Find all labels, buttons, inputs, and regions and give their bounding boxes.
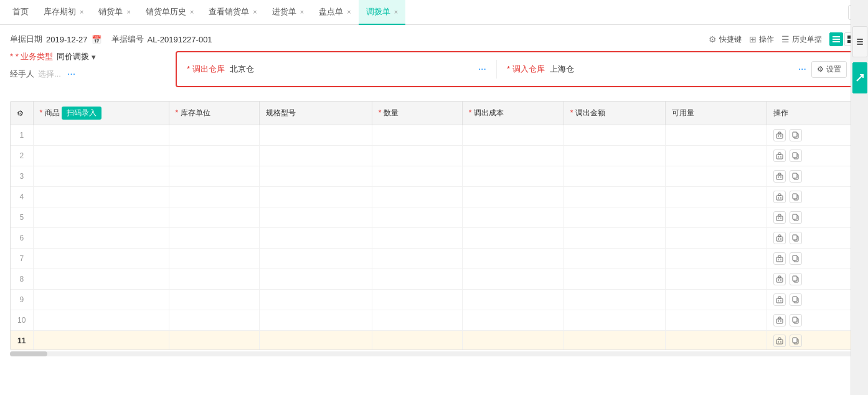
delete-button[interactable] [773,252,786,265]
qty-cell[interactable] [372,166,462,187]
spec-cell[interactable] [259,331,372,351]
product-cell[interactable] [33,269,169,290]
amount-cell[interactable] [564,146,665,166]
unit-cell[interactable] [169,187,259,207]
export-sidebar-button[interactable] [852,62,867,93]
copy-button[interactable] [790,314,802,326]
scrollbar-thumb[interactable] [10,351,47,356]
copy-button[interactable] [790,232,802,244]
available-cell[interactable] [665,249,767,269]
copy-button[interactable] [790,191,802,203]
cost-cell[interactable] [462,166,564,187]
available-cell[interactable] [665,290,767,310]
transfer-out-more-icon[interactable]: ··· [478,64,486,75]
close-icon[interactable]: × [253,8,257,16]
unit-cell[interactable] [169,269,259,290]
qty-cell[interactable] [372,331,462,351]
amount-cell[interactable] [564,207,665,228]
scrollbar-track[interactable] [10,351,858,356]
delete-button[interactable] [773,211,786,224]
setting-button[interactable]: ⚙ 设置 [811,61,847,78]
cost-cell[interactable] [462,187,564,207]
copy-button[interactable] [790,211,802,224]
amount-cell[interactable] [564,310,665,331]
close-icon[interactable]: × [300,8,304,16]
gear-settings-icon[interactable]: ⚙ [17,109,24,118]
amount-cell[interactable] [564,249,665,269]
delete-button[interactable] [773,273,786,285]
calendar-icon[interactable]: 📅 [92,35,101,44]
tab-view-sales[interactable]: 查看销货单 × [201,0,264,25]
person-more-icon[interactable]: ··· [67,69,75,80]
product-cell[interactable] [33,187,169,207]
spec-cell[interactable] [259,125,372,146]
shortcut-button[interactable]: ⚙ 快捷键 [709,34,742,45]
product-cell[interactable] [33,310,169,331]
cost-cell[interactable] [462,331,564,351]
spec-cell[interactable] [259,249,372,269]
product-cell[interactable] [33,146,169,166]
cost-cell[interactable] [462,146,564,166]
copy-button[interactable] [790,273,802,285]
cost-cell[interactable] [462,269,564,290]
qty-cell[interactable] [372,290,462,310]
tab-home[interactable]: 首页 [5,0,36,25]
spec-cell[interactable] [259,187,372,207]
cost-cell[interactable] [462,125,564,146]
tab-transfer[interactable]: 调拨单 × [359,0,405,25]
tab-purchase[interactable]: 进货单 × [265,0,311,25]
available-cell[interactable] [665,187,767,207]
product-cell[interactable] [33,249,169,269]
copy-button[interactable] [790,150,802,162]
qty-cell[interactable] [372,207,462,228]
qty-cell[interactable] [372,249,462,269]
product-cell[interactable] [33,228,169,249]
unit-cell[interactable] [169,166,259,187]
spec-cell[interactable] [259,207,372,228]
amount-cell[interactable] [564,125,665,146]
spec-cell[interactable] [259,166,372,187]
delete-button[interactable] [773,314,786,326]
product-cell[interactable] [33,125,169,146]
spec-cell[interactable] [259,310,372,331]
cost-cell[interactable] [462,290,564,310]
qty-cell[interactable] [372,146,462,166]
list-view-button[interactable] [829,32,843,46]
unit-cell[interactable] [169,125,259,146]
available-cell[interactable] [665,228,767,249]
copy-button[interactable] [790,293,802,306]
amount-cell[interactable] [564,269,665,290]
available-cell[interactable] [665,310,767,331]
delete-button[interactable] [773,293,786,306]
transfer-in-more-icon[interactable]: ··· [798,64,806,75]
available-cell[interactable] [665,125,767,146]
close-icon[interactable]: × [80,8,83,16]
available-cell[interactable] [665,166,767,187]
qty-cell[interactable] [372,310,462,331]
spec-cell[interactable] [259,269,372,290]
spec-cell[interactable] [259,228,372,249]
history-button[interactable]: ☰ 历史单据 [781,34,822,45]
tab-inventory-init[interactable]: 库存期初 × [36,0,91,25]
person-select[interactable]: 选择... [38,69,61,80]
available-cell[interactable] [665,331,767,351]
qty-cell[interactable] [372,269,462,290]
tab-inventory-check[interactable]: 盘点单 × [311,0,358,25]
unit-cell[interactable] [169,228,259,249]
product-cell[interactable] [33,166,169,187]
unit-cell[interactable] [169,146,259,166]
operation-button[interactable]: ⊞ 操作 [749,34,774,45]
close-icon[interactable]: × [190,8,194,16]
delete-button[interactable] [773,129,786,141]
spec-cell[interactable] [259,290,372,310]
biz-type-select[interactable]: 同价调拨 ▾ [57,51,131,62]
delete-button[interactable] [773,232,786,244]
copy-button[interactable] [790,129,802,141]
unit-cell[interactable] [169,310,259,331]
close-icon[interactable]: × [347,8,351,16]
qty-cell[interactable] [372,187,462,207]
unit-cell[interactable] [169,207,259,228]
product-cell[interactable] [33,331,169,351]
cost-cell[interactable] [462,310,564,331]
delete-button[interactable] [773,191,786,203]
